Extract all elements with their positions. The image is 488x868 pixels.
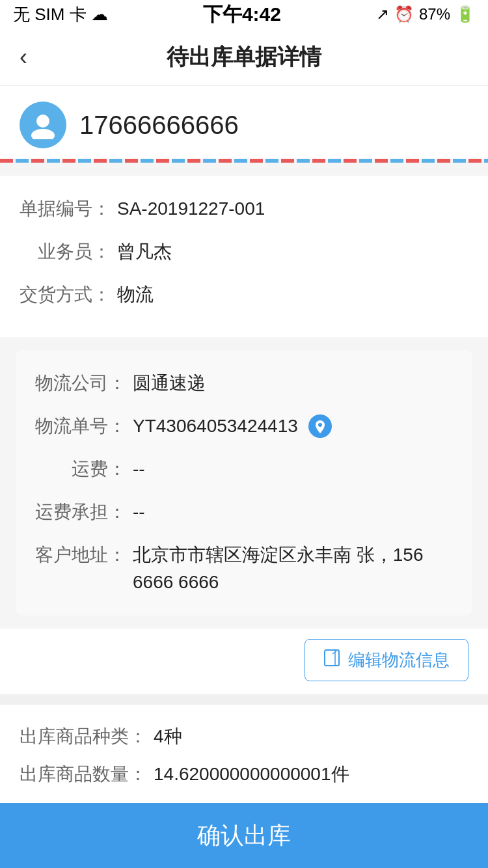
svg-point-0: [36, 115, 49, 128]
order-info-section: 单据编号： SA-20191227-001 业务员： 曾凡杰 交货方式： 物流: [0, 176, 488, 337]
freight-value: --: [133, 455, 453, 483]
map-pin-icon[interactable]: [308, 414, 332, 438]
document-number-label: 单据编号：: [20, 195, 111, 223]
svg-rect-4: [325, 650, 339, 666]
tracking-number-label: 物流单号：: [35, 413, 126, 440]
nav-bar: ‹ 待出库单据详情: [0, 29, 488, 86]
freight-bearer-row: 运费承担： --: [35, 498, 453, 526]
logistics-card: 物流公司： 圆通速递 物流单号： YT43064053424413 运费： --: [16, 350, 472, 616]
battery-status: 87%: [419, 5, 450, 23]
goods-section: 出库商品种类： 4种 出库商品数量： 14.620000000000001件: [0, 705, 488, 813]
page: 无 SIM 卡 ☁ 下午4:42 ↗ ⏰ 87% 🔋 ‹ 待出库单据详情 176…: [0, 0, 488, 868]
status-right: ↗ ⏰ 87% 🔋: [376, 5, 475, 23]
address-label: 客户地址：: [35, 541, 126, 569]
freight-row: 运费： --: [35, 455, 453, 483]
edit-btn-row: 编辑物流信息: [0, 629, 488, 694]
svg-point-1: [31, 129, 55, 139]
logistics-company-label: 物流公司：: [35, 370, 126, 397]
goods-types-label: 出库商品种类：: [20, 724, 147, 749]
location-icon: ↗: [376, 5, 389, 23]
svg-point-3: [318, 423, 322, 427]
sim-status: 无 SIM 卡 ☁: [13, 3, 108, 26]
freight-label: 运费：: [35, 455, 126, 483]
freight-bearer-label: 运费承担：: [35, 498, 126, 526]
document-number-value: SA-20191227-001: [117, 195, 468, 223]
avatar: [20, 102, 66, 148]
status-time: 下午4:42: [203, 1, 281, 28]
delivery-method-label: 交货方式：: [20, 281, 111, 308]
sales-person-value: 曾凡杰: [117, 238, 468, 265]
confirm-bar[interactable]: 确认出库: [0, 803, 488, 868]
customer-header: 17666666666: [0, 86, 488, 159]
address-value: 北京市市辖区海淀区永丰南 张，156 6666 6666: [133, 541, 453, 596]
sales-person-row: 业务员： 曾凡杰: [20, 238, 468, 265]
sales-person-label: 业务员：: [20, 238, 111, 265]
battery-icon: 🔋: [455, 5, 475, 23]
edit-logistics-button[interactable]: 编辑物流信息: [305, 639, 468, 681]
logistics-company-value: 圆通速递: [133, 370, 453, 397]
delivery-method-value: 物流: [117, 281, 468, 308]
goods-quantity-value: 14.620000000000001件: [154, 762, 349, 787]
person-icon: [29, 111, 57, 139]
back-button[interactable]: ‹: [20, 44, 59, 71]
logistics-company-row: 物流公司： 圆通速递: [35, 370, 453, 397]
document-number-row: 单据编号： SA-20191227-001: [20, 195, 468, 223]
dashed-divider: [0, 159, 488, 163]
goods-quantity-row: 出库商品数量： 14.620000000000001件: [20, 762, 468, 787]
status-bar: 无 SIM 卡 ☁ 下午4:42 ↗ ⏰ 87% 🔋: [0, 0, 488, 29]
goods-types-row: 出库商品种类： 4种: [20, 724, 468, 749]
customer-phone: 17666666666: [79, 111, 239, 140]
tracking-number-row: 物流单号： YT43064053424413: [35, 413, 453, 440]
confirm-button-label: 确认出库: [197, 820, 291, 852]
delivery-method-row: 交货方式： 物流: [20, 281, 468, 308]
edit-icon: [323, 649, 342, 671]
tracking-number-value: YT43064053424413: [133, 413, 453, 440]
status-left: 无 SIM 卡 ☁: [13, 3, 108, 26]
page-title: 待出库单据详情: [59, 42, 429, 72]
freight-bearer-value: --: [133, 498, 453, 526]
address-row: 客户地址： 北京市市辖区海淀区永丰南 张，156 6666 6666: [35, 541, 453, 596]
alarm-icon: ⏰: [394, 5, 414, 23]
section-divider: [0, 694, 488, 705]
goods-types-value: 4种: [154, 724, 182, 749]
goods-quantity-label: 出库商品数量：: [20, 762, 147, 787]
edit-logistics-label: 编辑物流信息: [348, 649, 450, 671]
